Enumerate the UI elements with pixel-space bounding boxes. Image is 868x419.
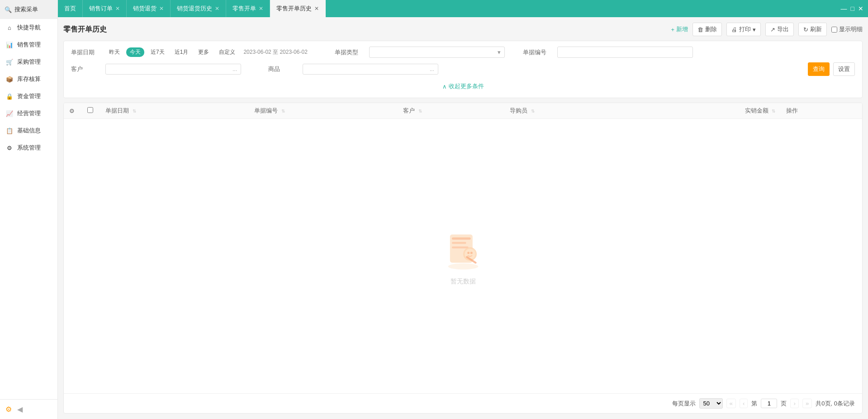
sidebar-item-label: 系统管理 [17, 144, 41, 152]
tab-sales-order[interactable]: 销售订单 ✕ [83, 0, 127, 17]
total-info: 共0页, 0条记录 [816, 400, 855, 408]
tab-sales-return-close[interactable]: ✕ [159, 6, 164, 11]
goods-dots: ... [430, 66, 434, 72]
close-btn[interactable]: ✕ [858, 5, 863, 12]
date-7days-btn[interactable]: 近7天 [147, 47, 168, 57]
minimize-btn[interactable]: — [841, 5, 847, 12]
svg-point-9 [470, 252, 472, 254]
sidebar-item-label: 经营管理 [17, 109, 41, 118]
number-sort-icon: ⇅ [281, 108, 285, 113]
tab-retail-open-close[interactable]: ✕ [259, 6, 263, 11]
add-icon: + [671, 26, 674, 33]
date-sort-icon: ⇅ [133, 108, 136, 113]
current-page-input[interactable] [761, 399, 777, 408]
sys-gear-icon: ⚙ [5, 144, 14, 152]
select-all-checkbox[interactable] [87, 107, 93, 113]
svg-rect-3 [452, 242, 466, 244]
data-table: ⚙ 单据日期 ⇅ 单据编号 ⇅ [64, 103, 862, 119]
tab-retail-open[interactable]: 零售开单 ✕ [226, 0, 270, 17]
collapse-more-btn[interactable]: ∧ 收起更多条件 [71, 80, 855, 92]
toolbar: + 新增 🗑 删除 🖨 打印 ▾ ↗ 导出 ↻ 刷新 [671, 23, 863, 36]
col-amount[interactable]: 实销金额 ⇅ [632, 103, 781, 119]
tab-sales-order-label: 销售订单 [89, 5, 113, 13]
home-icon: ⌂ [5, 24, 14, 32]
display-detail-checkbox[interactable] [831, 27, 837, 33]
col-guide[interactable]: 导购员 ⇅ [504, 103, 632, 119]
page-prefix: 第 [751, 400, 757, 408]
sidebar-item-finance[interactable]: 🔒 资金管理 [0, 88, 57, 105]
tab-sales-return[interactable]: 销货退货 ✕ [127, 0, 171, 17]
tab-sales-order-close[interactable]: ✕ [115, 6, 120, 11]
date-1month-btn[interactable]: 近1月 [171, 47, 192, 57]
customer-select[interactable]: ... [105, 64, 241, 75]
table-gear-icon[interactable]: ⚙ [69, 108, 75, 114]
col-date[interactable]: 单据日期 ⇅ [100, 103, 249, 119]
content-area: 零售开单历史 + 新增 🗑 删除 🖨 打印 ▾ ↗ 导出 [58, 17, 868, 419]
last-page-btn[interactable]: » [802, 399, 812, 408]
refresh-button[interactable]: ↻ 刷新 [798, 23, 827, 36]
filter-row-1: 单据日期 昨天 今天 近7天 近1月 更多 自定义 2023-06-02 至 2… [71, 47, 855, 58]
col-checkbox[interactable] [82, 103, 100, 119]
tab-home[interactable]: 首页 [58, 0, 83, 17]
empty-text: 暂无数据 [451, 278, 476, 286]
display-detail-label: 显示明细 [839, 25, 863, 33]
collapse-icon: ∧ [442, 83, 447, 90]
col-action: 操作 [781, 103, 862, 119]
page-size-select[interactable]: 50 10 20 100 [699, 398, 723, 409]
search-icon: 🔍 [5, 6, 12, 13]
sidebar-item-sales-mgmt[interactable]: 📊 销售管理 [0, 36, 57, 53]
doc-type-arrow-icon: ▾ [498, 49, 501, 56]
settings-bottom-icon[interactable]: ⚙ [5, 405, 12, 414]
col-number[interactable]: 单据编号 ⇅ [249, 103, 398, 119]
sidebar-item-quick-nav[interactable]: ⌂ 快捷导航 [0, 19, 57, 36]
sidebar-search[interactable]: 🔍 搜索采单 [0, 0, 57, 19]
guide-sort-icon: ⇅ [531, 108, 535, 113]
print-arrow-icon: ▾ [753, 26, 756, 33]
main-content: 首页 销售订单 ✕ 销货退货 ✕ 销货退货历史 ✕ 零售开单 ✕ 零售开单历史 … [58, 0, 868, 419]
col-customer-label: 客户 [403, 107, 415, 114]
tab-sales-return-hist-close[interactable]: ✕ [215, 6, 219, 11]
doc-type-select[interactable]: ▾ [369, 47, 505, 58]
export-icon: ↗ [770, 26, 775, 33]
date-today-btn[interactable]: 今天 [126, 47, 144, 57]
col-customer[interactable]: 客户 ⇅ [398, 103, 504, 119]
date-shortcuts: 昨天 今天 近7天 近1月 更多 自定义 2023-06-02 至 2023-0… [105, 47, 308, 57]
doc-num-input[interactable] [557, 47, 693, 58]
sidebar-item-basic-info[interactable]: 📋 基础信息 [0, 122, 57, 139]
tab-retail-open-hist-close[interactable]: ✕ [314, 6, 319, 11]
pagination: 每页显示 50 10 20 100 « ‹ 第 页 › » 共0页, 0条记录 [64, 393, 862, 413]
tab-sales-return-label: 销货退货 [133, 5, 157, 13]
lock-icon: 🔒 [5, 92, 14, 100]
collapse-sidebar-icon[interactable]: ◀ [17, 405, 23, 414]
maximize-btn[interactable]: □ [851, 5, 854, 12]
sidebar-item-sys-mgmt[interactable]: ⚙ 系统管理 [0, 139, 57, 156]
customer-filter-label: 客户 [71, 65, 96, 73]
sidebar-item-purchase-mgmt[interactable]: 🛒 采购管理 [0, 53, 57, 71]
sidebar-item-inventory[interactable]: 📦 库存核算 [0, 71, 57, 88]
table-icon: 📋 [5, 127, 14, 135]
date-custom-btn[interactable]: 自定义 [215, 47, 239, 57]
delete-button[interactable]: 🗑 删除 [693, 23, 722, 36]
tab-sales-return-hist[interactable]: 销货退货历史 ✕ [171, 0, 226, 17]
prev-page-btn[interactable]: ‹ [740, 399, 748, 408]
sidebar-item-operation[interactable]: 📈 经营管理 [0, 105, 57, 122]
next-page-btn[interactable]: › [790, 399, 798, 408]
first-page-btn[interactable]: « [726, 399, 736, 408]
display-detail-checkbox-label[interactable]: 显示明细 [831, 25, 863, 33]
box-icon: 📦 [5, 75, 14, 83]
col-gear[interactable]: ⚙ [64, 103, 82, 119]
chart-icon: 📊 [5, 41, 14, 49]
page-title: 零售开单历史 [63, 25, 107, 34]
query-button[interactable]: 查询 [808, 62, 830, 76]
date-yesterday-btn[interactable]: 昨天 [105, 47, 123, 57]
settings-button[interactable]: 设置 [833, 62, 855, 76]
goods-select[interactable]: ... [303, 64, 438, 75]
sidebar-search-label: 搜索采单 [14, 5, 38, 14]
add-button[interactable]: + 新增 [671, 25, 688, 33]
tab-retail-open-hist[interactable]: 零售开单历史 ✕ [270, 0, 326, 17]
export-button[interactable]: ↗ 导出 [765, 23, 794, 36]
sidebar-item-label: 资金管理 [17, 92, 41, 100]
date-more-btn[interactable]: 更多 [194, 47, 213, 57]
tab-retail-open-hist-label: 零售开单历史 [276, 5, 312, 13]
print-button[interactable]: 🖨 打印 ▾ [726, 23, 761, 36]
